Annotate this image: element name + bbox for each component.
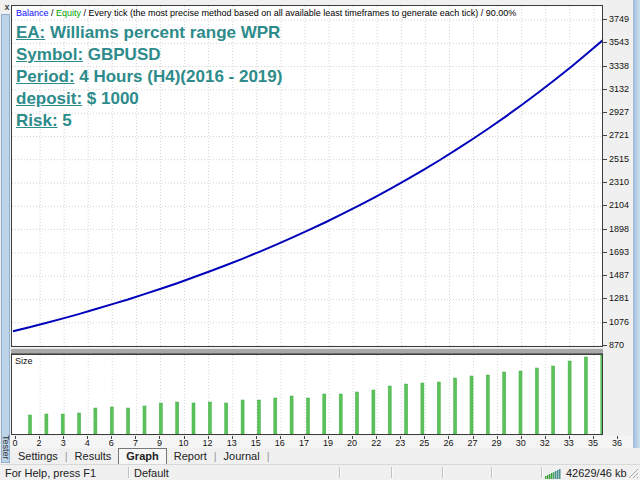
connection-status-icon: [545, 468, 562, 480]
status-bar: For Help, press F1 Default 42629/46 kb: [0, 464, 640, 480]
status-divider: [391, 467, 393, 478]
resize-grip[interactable]: [628, 468, 639, 480]
overlay-label: Risk:: [16, 111, 58, 130]
overlay-value: 4 Hours (H4)(2016 - 2019): [75, 67, 283, 86]
tab-journal[interactable]: Journal: [217, 449, 267, 464]
x-axis-label: 25: [419, 438, 429, 448]
x-axis-label: 6: [109, 438, 114, 448]
x-axis-label: 13: [227, 438, 237, 448]
x-axis-label: 9: [157, 438, 162, 448]
x-axis-label: 35: [588, 438, 598, 448]
y-axis-label: 3338: [609, 61, 629, 71]
y-axis-tick: [603, 89, 607, 90]
x-axis-label: 3: [61, 438, 66, 448]
status-connection-text: 42629/46 kb: [566, 467, 627, 479]
overlay-line-symbol: Symbol: GBPUSD: [16, 44, 282, 66]
y-axis-label: 870: [609, 340, 624, 350]
y-axis-label: 3543: [609, 37, 629, 47]
model-description: / Every tick (the most precise method ba…: [81, 8, 516, 18]
x-axis-label: 27: [468, 438, 478, 448]
y-axis-tick: [603, 275, 607, 276]
y-axis-label: 2515: [609, 154, 629, 164]
y-axis-tick: [603, 252, 607, 253]
y-axis-tick: [603, 112, 607, 113]
tab-results[interactable]: Results: [68, 449, 119, 464]
balance-legend-label: Balance: [16, 8, 49, 18]
status-divider: [491, 467, 493, 478]
overlay-value: 5: [58, 111, 72, 130]
tester-window: x Tester Balance / Equity / Every tick (…: [0, 0, 640, 480]
x-axis-label: 36: [612, 438, 622, 448]
tab-settings[interactable]: Settings: [11, 449, 65, 464]
size-histogram-panel: Size: [11, 354, 603, 435]
x-axis-label: 16: [275, 438, 285, 448]
y-axis-label: 3749: [609, 14, 629, 24]
overlay-line-risk: Risk: 5: [16, 110, 282, 132]
status-help-text: For Help, press F1: [5, 467, 96, 479]
y-axis-tick: [603, 66, 607, 67]
size-panel-title: Size: [15, 356, 33, 366]
x-axis-label: 4: [85, 438, 90, 448]
overlay-line-period: Period: 4 Hours (H4)(2016 - 2019): [16, 66, 282, 88]
y-axis-tick: [603, 298, 607, 299]
size-bars-chart: [12, 355, 602, 434]
y-axis-label: 1693: [609, 247, 629, 257]
y-axis-label: 1281: [609, 293, 629, 303]
x-axis-label: 33: [564, 438, 574, 448]
y-axis-tick: [603, 159, 607, 160]
tester-panel-caption: Tester: [1, 14, 10, 463]
x-axis-label: 12: [203, 438, 213, 448]
tab-graph[interactable]: Graph: [118, 448, 166, 464]
y-axis-label: 2927: [609, 107, 629, 117]
y-axis-tick: [603, 322, 607, 323]
overlay-label: Symbol:: [16, 45, 83, 64]
overlay-label: Period:: [16, 67, 75, 86]
status-profile: Default: [134, 467, 169, 479]
legend-separator: /: [49, 8, 57, 18]
overlay-value: Williams percent range WPR: [45, 23, 280, 42]
x-axis-label: 7: [133, 438, 138, 448]
y-axis-label: 3132: [609, 84, 629, 94]
equity-legend-label: Equity: [56, 8, 81, 18]
overlay-label: deposit:: [16, 89, 82, 108]
tab-separator: |: [267, 450, 270, 462]
y-axis-tick: [603, 182, 607, 183]
x-axis-label: 22: [371, 438, 381, 448]
y-axis-tick: [603, 42, 607, 43]
x-axis: 0234679101213151617192022232526272930323…: [11, 436, 633, 448]
tester-panel-label: Tester: [2, 435, 11, 460]
x-axis-label: 2: [37, 438, 42, 448]
x-axis-label: 26: [443, 438, 453, 448]
status-divider: [339, 467, 341, 478]
chart-header: Balance / Equity / Every tick (the most …: [16, 8, 516, 18]
x-axis-label: 20: [347, 438, 357, 448]
x-axis-label: 17: [299, 438, 309, 448]
x-axis-label: 19: [323, 438, 333, 448]
y-axis-label: 2721: [609, 130, 629, 140]
overlay-line-ea: EA: Williams percent range WPR: [16, 22, 282, 44]
x-axis-label: 32: [540, 438, 550, 448]
x-axis-label: 10: [179, 438, 189, 448]
balance-chart-panel: Balance / Equity / Every tick (the most …: [11, 5, 603, 347]
y-axis-tick: [603, 205, 607, 206]
y-axis-label: 1487: [609, 270, 629, 280]
y-axis-tick: [603, 19, 607, 20]
x-axis-label: 23: [395, 438, 405, 448]
y-axis: 3749354333383132292727212515231021041898…: [603, 5, 633, 347]
y-axis-label: 2310: [609, 177, 629, 187]
overlay-value: GBPUSD: [83, 45, 160, 64]
y-axis-label: 1076: [609, 317, 629, 327]
x-axis-label: 30: [516, 438, 526, 448]
tab-report[interactable]: Report: [167, 449, 214, 464]
overlay-value: $ 1000: [82, 89, 139, 108]
tester-tab-bar: Settings|ResultsGraphReport|Journal|: [11, 448, 640, 464]
y-axis-tick: [603, 229, 607, 230]
y-axis-label: 2104: [609, 200, 629, 210]
status-divider: [128, 467, 130, 478]
y-axis-tick: [603, 135, 607, 136]
status-divider: [541, 467, 543, 478]
ea-info-overlay: EA: Williams percent range WPRSymbol: GB…: [16, 22, 282, 132]
overlay-line-deposit: deposit: $ 1000: [16, 88, 282, 110]
window-frame-edge: [633, 0, 640, 462]
y-axis-label: 1898: [609, 224, 629, 234]
